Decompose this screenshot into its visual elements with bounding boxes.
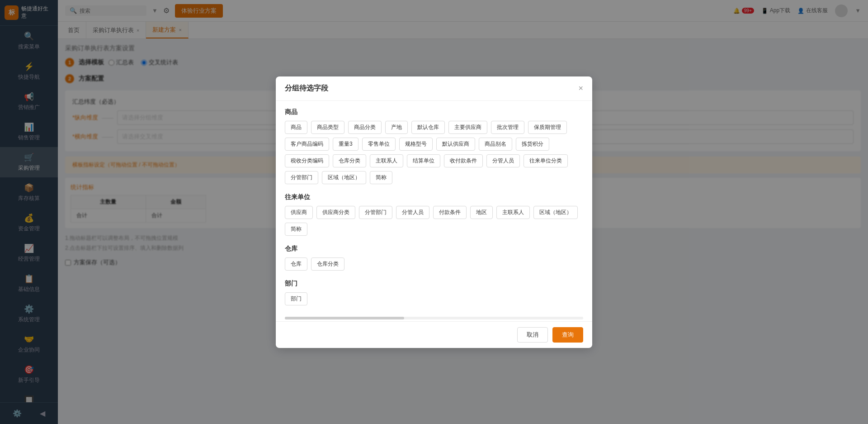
field-tag[interactable]: 简称 [370,171,392,184]
modal-header: 分组待选字段 × [276,76,592,101]
field-tag[interactable]: 税收分类编码 [285,154,329,167]
field-tag[interactable]: 收付款条件 [444,154,483,167]
field-tags-department: 部门 [285,292,583,305]
field-tag[interactable]: 重量3 [333,138,359,151]
field-tag[interactable]: 主联系人 [370,154,403,167]
field-tag[interactable]: 分管人员 [486,154,520,167]
field-select-modal: 分组待选字段 × 商品商品商品类型商品分类产地默认仓库主要供应商批次管理保质期管… [276,76,592,348]
field-tag[interactable]: 区域（地区） [533,206,578,219]
field-tag[interactable]: 零售单位 [362,138,396,151]
field-tag[interactable]: 付款条件 [433,206,467,219]
field-tag[interactable]: 仓库分类 [311,257,344,271]
field-tag[interactable]: 批次管理 [491,121,524,134]
field-tag[interactable]: 主联系人 [496,206,530,219]
field-section-partner: 往来单位供应商供应商分类分管部门分管人员付款条件地区主联系人区域（地区）简称 [285,193,583,236]
section-title-partner: 往来单位 [285,193,583,201]
field-tag[interactable]: 默认仓库 [411,121,445,134]
field-tag[interactable]: 部门 [285,292,307,305]
field-tag[interactable]: 往来单位分类 [524,154,568,167]
field-tag[interactable]: 仓库 [285,257,307,271]
section-title-goods: 商品 [285,108,583,116]
modal-overlay: 分组待选字段 × 商品商品商品类型商品分类产地默认仓库主要供应商批次管理保质期管… [0,0,868,424]
field-tag[interactable]: 规格型号 [399,138,433,151]
modal-cancel-button[interactable]: 取消 [517,327,548,343]
field-tag[interactable]: 仓库分类 [333,154,366,167]
field-tag[interactable]: 商品别名 [479,138,512,151]
field-tags-warehouse: 仓库仓库分类 [285,257,583,271]
field-tag[interactable]: 主要供应商 [448,121,487,134]
field-tag[interactable]: 产地 [385,121,408,134]
modal-scrollbar-thumb [285,317,404,319]
field-tag[interactable]: 商品分类 [348,121,382,134]
modal-title: 分组待选字段 [285,84,328,93]
field-tag[interactable]: 供应商分类 [316,206,355,219]
section-title-warehouse: 仓库 [285,245,583,253]
field-tag[interactable]: 商品类型 [311,121,344,134]
section-title-employee: 员工 [285,314,583,315]
field-tag[interactable]: 简称 [285,223,307,236]
modal-close-button[interactable]: × [578,84,583,93]
field-tag[interactable]: 保质期管理 [528,121,567,134]
field-tag[interactable]: 分管部门 [285,171,318,184]
field-section-employee: 员工业务员 [285,314,583,315]
field-tag[interactable]: 分管人员 [396,206,429,219]
field-tag[interactable]: 区域（地区） [322,171,366,184]
field-tag[interactable]: 地区 [470,206,493,219]
modal-footer: 取消 查询 [276,321,592,348]
modal-body: 商品商品商品类型商品分类产地默认仓库主要供应商批次管理保质期管理客户商品编码重量… [276,101,592,315]
field-tag[interactable]: 结算单位 [407,154,440,167]
field-section-goods: 商品商品商品类型商品分类产地默认仓库主要供应商批次管理保质期管理客户商品编码重量… [285,108,583,184]
field-tag[interactable]: 默认供应商 [436,138,475,151]
section-title-department: 部门 [285,280,583,288]
modal-horizontal-scrollbar[interactable] [285,317,583,319]
field-tag[interactable]: 供应商 [285,206,313,219]
field-tag[interactable]: 客户商品编码 [285,138,329,151]
field-tag[interactable]: 分管部门 [359,206,392,219]
field-section-warehouse: 仓库仓库仓库分类 [285,245,583,271]
field-section-department: 部门部门 [285,280,583,305]
field-tags-goods: 商品商品类型商品分类产地默认仓库主要供应商批次管理保质期管理客户商品编码重量3零… [285,121,583,184]
field-tag[interactable]: 拣货积分 [516,138,549,151]
field-tags-partner: 供应商供应商分类分管部门分管人员付款条件地区主联系人区域（地区）简称 [285,206,583,236]
field-tag[interactable]: 商品 [285,121,307,134]
modal-confirm-button[interactable]: 查询 [552,327,583,343]
